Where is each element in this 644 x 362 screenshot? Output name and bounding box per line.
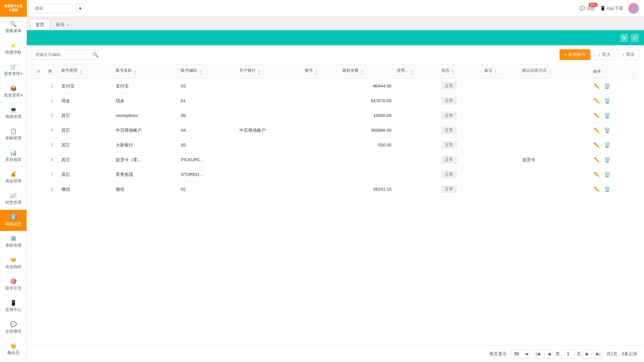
row-edit-button[interactable]: ✏️ <box>593 141 601 149</box>
col-balance-sort: ▲▼ <box>361 70 363 75</box>
page-size-select[interactable]: 50 20 100 <box>510 350 530 358</box>
row-balance: 383866.00 <box>340 123 394 138</box>
col-usage[interactable]: 使用... ▲▼ <box>394 64 439 79</box>
col-gear[interactable]: ⚙ <box>32 64 45 79</box>
row-edit-button[interactable]: ✏️ <box>593 97 601 105</box>
row-delete-button[interactable]: 🗑️ <box>603 112 611 119</box>
col-bank-sort: ▲▼ <box>258 70 261 75</box>
app-download-button[interactable]: 📱 App下载 <box>600 5 623 11</box>
tab-account[interactable]: 账号 × <box>51 19 74 30</box>
user-avatar[interactable] <box>628 3 639 14</box>
row-delete-button[interactable]: 🗑️ <box>603 141 611 149</box>
search-input[interactable] <box>32 50 89 59</box>
sidebar-item-operations[interactable]: 📈 经营管理 <box>0 188 26 210</box>
row-actions: ✏️ 🗑️ <box>590 138 639 153</box>
row-name: 支付宝 <box>113 79 178 94</box>
add-account-button[interactable]: + 新增账号 <box>559 49 590 60</box>
row-gear <box>32 123 45 138</box>
row-delete-button[interactable]: 🗑️ <box>603 97 611 105</box>
col-actions: 操作 <box>590 64 639 79</box>
col-name[interactable]: 账号名称 ▲▼ <box>113 64 178 79</box>
sidebar-item-app-center[interactable]: 📱 应用中心 <box>0 296 26 317</box>
page-prev-button[interactable]: ◀ <box>544 349 554 359</box>
content-close-button[interactable]: ✕ <box>620 34 628 42</box>
member-icon: 👑 <box>2 343 25 349</box>
row-bank <box>237 79 302 94</box>
export-label: 导出 <box>626 52 635 58</box>
content-header-actions: ✕ ⤢ <box>620 34 639 42</box>
pagination-footer: 每页显示 50 20 100 |◀ ◀ 第 页 ▶ ▶| 共1页，8条记录 <box>27 345 644 362</box>
sidebar-item-purchase[interactable]: 📋 采购管理 <box>0 124 26 145</box>
tab-bar: 首页 账号 × <box>27 17 644 30</box>
row-delete-button[interactable]: 🗑️ <box>603 82 611 90</box>
col-type[interactable]: 账号类型 ▲▼ <box>59 64 113 79</box>
row-account <box>302 123 340 138</box>
row-code: 04 <box>178 123 237 138</box>
message-button[interactable]: 💬 消息 99+ <box>580 5 595 11</box>
basic-info-icon: ℹ️ <box>2 214 25 220</box>
export-button[interactable]: ↑ 导出 <box>618 49 639 60</box>
row-edit-button[interactable]: ✏️ <box>593 171 601 178</box>
row-gear <box>32 138 45 153</box>
dropdown-button[interactable]: ▾ <box>75 4 85 13</box>
import-button[interactable]: ↓ 导入 <box>594 49 615 60</box>
import-icon: ↓ <box>598 52 600 57</box>
add-icon: + <box>564 52 567 57</box>
sidebar-item-retail[interactable]: 🛒 零售管理 ▾ <box>0 60 26 81</box>
row-actions: ✏️ 🗑️ <box>590 123 639 138</box>
col-default-settle[interactable]: 默认结算方式 ▲▼ <box>520 64 591 79</box>
row-name: 零售抵现 <box>113 167 178 182</box>
row-edit-button[interactable]: ✏️ <box>593 82 601 90</box>
col-remark[interactable]: 备注 ▲▼ <box>482 64 519 79</box>
search-button[interactable]: 🔍 <box>89 50 99 59</box>
row-default-settle <box>520 167 591 182</box>
guide-icon: 🎯 <box>2 278 25 285</box>
sidebar-item-purchase-label: 采购管理 <box>2 135 25 141</box>
sidebar-item-basic-info[interactable]: ℹ️ 基础信息 <box>0 210 26 231</box>
sidebar-item-guide[interactable]: 🎯 新手引导 <box>0 274 26 296</box>
col-bank[interactable]: 开户银行 ▲▼ <box>237 64 302 79</box>
sidebar-item-collab[interactable]: 🤝 企业协同 <box>0 253 26 274</box>
sidebar-item-enterprise-wechat[interactable]: 💬 企业微信 <box>0 317 26 339</box>
sidebar-item-finance[interactable]: 💰 资金管理 <box>0 167 26 188</box>
sidebar-item-wholesale[interactable]: 📦 批发管理 ▾ <box>0 81 26 103</box>
row-actions: ✏️ 🗑️ <box>590 79 639 94</box>
tab-home[interactable]: 首页 <box>30 19 50 30</box>
row-code: 01 <box>178 94 237 108</box>
content-expand-button[interactable]: ⤢ <box>631 34 639 42</box>
col-balance[interactable]: 最新余额 ▲▼ <box>340 64 394 79</box>
retail-chevron-icon: ▾ <box>21 72 22 76</box>
row-usage <box>394 182 439 197</box>
top-search-input[interactable] <box>32 4 72 13</box>
page-last-button[interactable]: ▶| <box>594 349 603 359</box>
sidebar-item-quick-nav[interactable]: ⚡ 快捷导航 <box>0 38 26 60</box>
row-delete-button[interactable]: 🗑️ <box>603 156 611 164</box>
col-code[interactable]: 账号编码 ▲▼ <box>178 64 237 79</box>
row-account <box>302 138 340 153</box>
row-edit-button[interactable]: ✏️ <box>593 156 601 164</box>
sidebar-item-inventory[interactable]: 📊 库存核算 <box>0 145 26 167</box>
tab-account-close[interactable]: × <box>67 23 69 27</box>
sidebar-item-system[interactable]: ⚙️ 系统管理 <box>0 231 26 253</box>
col-account-sort: ▲▼ <box>315 70 318 75</box>
col-status[interactable]: 状态 ▲▼ <box>439 64 482 79</box>
page-input[interactable] <box>561 349 575 359</box>
sidebar-item-member[interactable]: 👑 畅会员 <box>0 339 26 360</box>
col-account[interactable]: 账号 ▲▼ <box>302 64 340 79</box>
row-edit-button[interactable]: ✏️ <box>593 127 601 134</box>
col-code-label: 账号编码 <box>181 68 197 73</box>
row-name: 微信 <box>113 182 178 197</box>
row-delete-button[interactable]: 🗑️ <box>603 127 611 134</box>
row-delete-button[interactable]: 🗑️ <box>603 186 611 193</box>
page-next-button[interactable]: ▶ <box>583 349 592 359</box>
row-edit-button[interactable]: ✏️ <box>593 112 601 119</box>
row-edit-button[interactable]: ✏️ <box>593 186 601 193</box>
row-delete-button[interactable]: 🗑️ <box>603 171 611 178</box>
row-balance: 10000.00 <box>340 108 394 123</box>
page-first-button[interactable]: |◀ <box>533 349 543 359</box>
sidebar-item-search-menu[interactable]: 🔍 搜索菜单 <box>0 17 26 38</box>
col-default-settle-sort: ▲▼ <box>548 70 551 75</box>
sidebar-item-ecommerce[interactable]: 💻 电商管理 <box>0 103 26 124</box>
finance-icon: 💰 <box>2 171 25 177</box>
row-default-settle <box>520 182 591 197</box>
